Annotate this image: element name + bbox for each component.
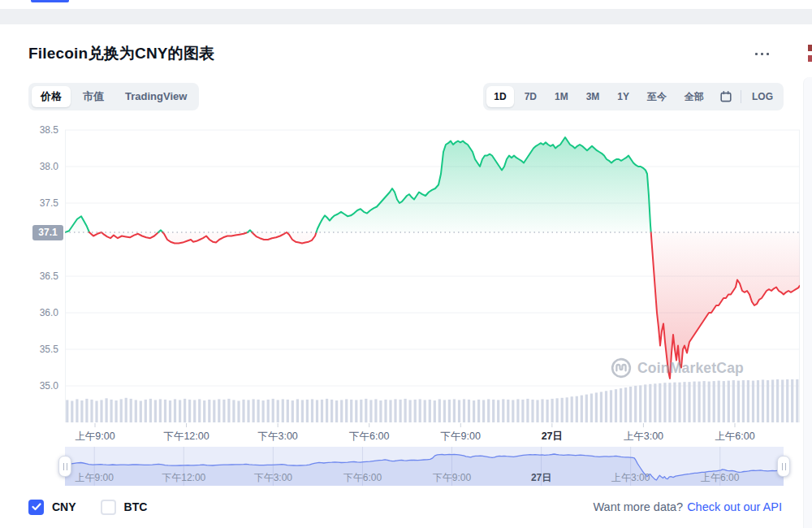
y-tick-label: 35.5 xyxy=(24,343,58,356)
range-button-至今[interactable]: 至今 xyxy=(640,86,674,107)
range-selector-group: 1D7D1M3M1Y至今全部LOG xyxy=(483,83,784,110)
y-tick-label: 35.0 xyxy=(24,379,58,392)
x-tick-label: 上午6:00 xyxy=(715,430,754,444)
navigator-handle-left[interactable] xyxy=(58,456,71,477)
adjacent-panel-edge xyxy=(803,77,812,528)
clipped-panel-content xyxy=(808,55,812,62)
checked-checkbox-icon[interactable] xyxy=(28,500,44,515)
more-options-button[interactable] xyxy=(750,48,774,60)
watermark: CoinMarketCap xyxy=(611,357,744,379)
navigator-handle-right[interactable] xyxy=(777,456,790,477)
view-tab-TradingView[interactable]: TradingView xyxy=(116,86,196,107)
currency-label: BTC xyxy=(124,500,148,513)
navigator-tick-label: 上午3:00 xyxy=(611,471,650,485)
clipped-panel-content xyxy=(808,45,812,51)
ellipsis-icon xyxy=(761,53,763,55)
currency-toggle-BTC[interactable]: BTC xyxy=(101,500,148,515)
range-button-3M[interactable]: 3M xyxy=(579,86,607,107)
range-button-全部[interactable]: 全部 xyxy=(677,86,711,107)
navigator-tick-label: 上午6:00 xyxy=(701,471,739,485)
navigator-tick-label: 下午9:00 xyxy=(433,471,471,485)
y-tick-label: 38.0 xyxy=(24,160,58,173)
currency-toggle-list: CNYBTC xyxy=(28,500,147,515)
navigator-tick-label: 27日 xyxy=(531,471,551,485)
chart-toolbar: 价格市值TradingView 1D7D1M3M1Y至今全部LOG xyxy=(28,83,784,110)
x-tick-label: 上午3:00 xyxy=(624,430,663,444)
range-button-7D[interactable]: 7D xyxy=(517,86,544,107)
active-tab-indicator xyxy=(31,0,69,2)
x-tick-label: 27日 xyxy=(542,430,563,444)
x-tick-label: 下午9:00 xyxy=(441,430,481,444)
currency-toggle-CNY[interactable]: CNY xyxy=(28,500,76,515)
chart-navigator[interactable]: 上午9:00下午12:00下午3:00下午6:00下午9:0027日上午3:00… xyxy=(65,447,784,486)
navigator-tick-label: 下午12:00 xyxy=(162,471,205,485)
last-close-badge: 37.1 xyxy=(32,225,63,240)
range-button-1Y[interactable]: 1Y xyxy=(610,86,637,107)
chart-page: Filecoin兑换为CNY的图表 价格市值TradingView 1D7D1M… xyxy=(0,0,812,528)
chart-header: Filecoin兑换为CNY的图表 xyxy=(28,42,784,65)
y-tick-label: 37.5 xyxy=(24,197,58,210)
y-tick-label: 38.5 xyxy=(24,123,58,136)
range-button-1M[interactable]: 1M xyxy=(547,86,576,107)
ellipsis-icon xyxy=(767,53,769,55)
page-section-divider xyxy=(0,9,812,24)
unchecked-checkbox-icon[interactable] xyxy=(101,500,116,515)
log-scale-button[interactable]: LOG xyxy=(745,86,780,107)
navigator-tick-label: 下午3:00 xyxy=(254,471,292,485)
api-link[interactable]: Check out our API xyxy=(687,500,782,513)
api-promo: Want more data?Check out our API xyxy=(593,500,782,513)
page-title: Filecoin兑换为CNY的图表 xyxy=(28,43,214,64)
view-tab-价格[interactable]: 价格 xyxy=(32,86,71,107)
y-tick-label: 36.0 xyxy=(24,306,58,319)
x-tick-label: 下午6:00 xyxy=(349,430,389,444)
calendar-icon xyxy=(719,90,732,103)
navigator-tick-label: 下午6:00 xyxy=(343,471,382,485)
range-button-1D[interactable]: 1D xyxy=(486,86,513,107)
watermark-label: CoinMarketCap xyxy=(637,360,744,377)
price-chart[interactable] xyxy=(65,122,800,429)
x-tick-label: 下午12:00 xyxy=(163,430,209,444)
ellipsis-icon xyxy=(755,53,758,55)
x-tick-label: 上午9:00 xyxy=(75,430,114,444)
currency-label: CNY xyxy=(52,500,76,513)
calendar-button[interactable] xyxy=(715,86,737,107)
chart-footer: CNYBTC Want more data?Check out our API xyxy=(28,494,782,520)
coinmarketcap-logo-icon xyxy=(611,357,632,379)
y-tick-label: 36.5 xyxy=(24,270,58,283)
view-tab-市值[interactable]: 市值 xyxy=(74,86,113,107)
x-tick-label: 下午3:00 xyxy=(257,430,297,444)
navigator-tick-label: 上午9:00 xyxy=(75,471,113,485)
api-prompt-text: Want more data? xyxy=(593,500,683,513)
view-toggle-group: 价格市值TradingView xyxy=(28,83,199,110)
